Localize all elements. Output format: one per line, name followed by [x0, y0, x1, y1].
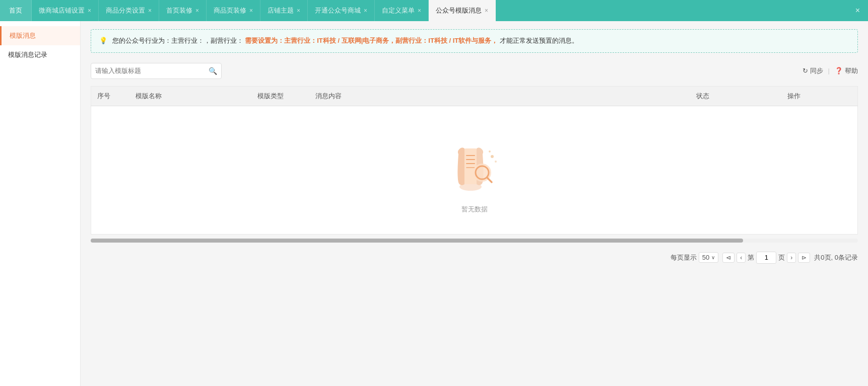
col-content: 消息内容	[309, 86, 690, 106]
search-icon[interactable]: 🔍	[209, 67, 217, 75]
col-name: 模版名称	[129, 86, 251, 106]
page-navigation: ⊲ ‹ 第 页 › ⊳	[722, 252, 810, 264]
first-page-button[interactable]: ⊲	[722, 253, 735, 263]
next-page-button[interactable]: ›	[787, 253, 796, 263]
nav-tab-home[interactable]: 首页	[0, 0, 32, 21]
search-input-wrapper: 🔍	[91, 63, 222, 79]
col-status: 状态	[690, 86, 781, 106]
sync-icon: ↻	[803, 67, 808, 74]
chevron-down-icon: ∨	[711, 255, 715, 260]
svg-rect-1	[464, 148, 477, 184]
right-actions: ↻ 同步 | ❓ 帮助	[803, 66, 858, 75]
tab-label: 公众号模版消息	[436, 6, 482, 15]
data-table: 序号 模版名称 模版类型 消息内容 状态 操作	[91, 86, 858, 235]
tab-label: 首页装修	[166, 6, 192, 15]
main-content: 💡 您的公众号行业为：主营行业：，副营行业： 需要设置为：主营行业：IT科技 /…	[81, 21, 868, 386]
tab-label: 店铺主题	[268, 6, 294, 15]
tab-label: 商品分类设置	[106, 6, 145, 15]
divider: |	[828, 67, 830, 74]
table-header-row: 序号 模版名称 模版类型 消息内容 状态 操作	[91, 86, 858, 106]
sidebar-item-template-message[interactable]: 模版消息	[0, 26, 80, 45]
notice-prefix: 您的公众号行业为：主营行业：，副营行业：	[112, 37, 243, 44]
last-page-button[interactable]: ⊳	[798, 253, 810, 263]
bulb-icon: 💡	[99, 37, 107, 44]
page-number-input[interactable]	[756, 252, 776, 264]
horizontal-scrollbar[interactable]	[91, 239, 858, 243]
nav-tab-template-msg[interactable]: 公众号模版消息 ×	[429, 0, 496, 21]
per-page-label: 每页显示	[671, 253, 697, 262]
sidebar-item-template-message-records[interactable]: 模版消息记录	[0, 45, 80, 64]
empty-text: 暂无数据	[461, 205, 488, 214]
col-index: 序号	[91, 86, 129, 106]
nav-tab-product-decor[interactable]: 商品页装修 ×	[207, 0, 260, 21]
col-type: 模版类型	[251, 86, 309, 106]
close-custom-menu-icon[interactable]: ×	[418, 7, 421, 14]
search-bar: 🔍 ↻ 同步 | ❓ 帮助	[91, 63, 858, 79]
empty-state: 暂无数据	[91, 106, 857, 234]
sidebar: 模版消息 模版消息记录	[0, 21, 81, 386]
help-label: 帮助	[845, 66, 858, 75]
sidebar-item-label: 模版消息	[10, 32, 36, 39]
page-unit: 页	[778, 253, 785, 262]
per-page-value: 50	[702, 254, 709, 261]
home-tab-label: 首页	[9, 6, 22, 15]
close-shop-settings-icon[interactable]: ×	[88, 7, 91, 14]
per-page-selector: 每页显示 50 ∨	[671, 252, 718, 263]
close-open-mall-icon[interactable]: ×	[364, 7, 367, 14]
sidebar-item-label: 模版消息记录	[8, 51, 47, 58]
svg-point-11	[489, 150, 491, 152]
svg-line-8	[487, 178, 492, 182]
page-prefix: 第	[748, 253, 754, 262]
help-button[interactable]: ❓ 帮助	[835, 66, 858, 75]
notice-highlight: 需要设置为：主营行业：IT科技 / 互联网|电子商务，副营行业：IT科技 / I…	[245, 37, 498, 44]
empty-row: 暂无数据	[91, 106, 858, 234]
tab-label: 开通公众号商城	[315, 6, 361, 15]
notice-suffix: 才能正常发送预置的消息。	[500, 37, 578, 44]
prev-page-button[interactable]: ‹	[737, 253, 746, 263]
scrollbar-thumb[interactable]	[91, 239, 743, 243]
close-all-button[interactable]: ×	[847, 6, 868, 15]
tab-label: 商品页装修	[214, 6, 246, 15]
nav-tab-shop-settings[interactable]: 微商城店铺设置 ×	[32, 0, 99, 21]
col-actions: 操作	[781, 86, 857, 106]
pagination: 每页显示 50 ∨ ⊲ ‹ 第 页 › ⊳ 共0页, 0条记录	[91, 247, 858, 269]
nav-tab-custom-menu[interactable]: 自定义菜单 ×	[375, 0, 429, 21]
svg-point-10	[495, 161, 497, 163]
top-navigation: 首页 微商城店铺设置 × 商品分类设置 × 首页装修 × 商品页装修 × 店铺主…	[0, 0, 868, 21]
close-product-decor-icon[interactable]: ×	[249, 7, 253, 14]
svg-point-9	[491, 155, 494, 158]
close-product-category-icon[interactable]: ×	[148, 7, 152, 14]
nav-tab-shop-theme[interactable]: 店铺主题 ×	[260, 0, 308, 21]
close-template-msg-icon[interactable]: ×	[485, 7, 488, 14]
close-shop-theme-icon[interactable]: ×	[297, 7, 300, 14]
nav-tab-product-category[interactable]: 商品分类设置 ×	[99, 0, 159, 21]
notice-box: 💡 您的公众号行业为：主营行业：，副营行业： 需要设置为：主营行业：IT科技 /…	[91, 29, 858, 53]
empty-illustration	[444, 136, 505, 197]
tab-label: 自定义菜单	[382, 6, 415, 15]
nav-tab-open-mall[interactable]: 开通公众号商城 ×	[308, 0, 375, 21]
search-input[interactable]	[95, 67, 209, 74]
nav-tab-home-decor[interactable]: 首页装修 ×	[159, 0, 207, 21]
page-layout: 模版消息 模版消息记录 💡 您的公众号行业为：主营行业：，副营行业： 需要设置为…	[0, 21, 868, 386]
help-icon: ❓	[835, 67, 843, 74]
total-info: 共0页, 0条记录	[814, 253, 858, 262]
tab-label: 微商城店铺设置	[39, 6, 85, 15]
sync-label: 同步	[810, 66, 823, 75]
per-page-dropdown[interactable]: 50 ∨	[699, 252, 718, 263]
close-home-decor-icon[interactable]: ×	[195, 7, 199, 14]
sync-button[interactable]: ↻ 同步	[803, 66, 823, 75]
